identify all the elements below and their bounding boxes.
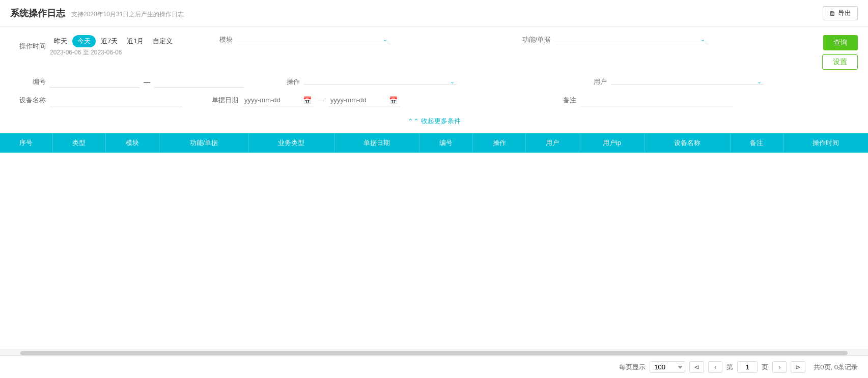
function-filter: 功能/单据 ⌄ xyxy=(510,35,802,44)
col-optime: 操作时间 xyxy=(783,133,868,153)
table-header: 序号 类型 模块 功能/单据 业务类型 单据日期 编号 操作 用户 用户ip 设… xyxy=(0,133,868,153)
date-end-wrapper[interactable]: 📅 xyxy=(328,94,400,106)
module-chevron-icon: ⌄ xyxy=(383,36,387,43)
operation-label: 操作 xyxy=(264,77,300,86)
filter-row-1: 操作时间 昨天 今天 近7天 近1月 自定义 2023-06-06 至 2023… xyxy=(10,35,858,70)
filter-row-3: 设备名称 单据日期 📅 — 📅 备注 xyxy=(10,94,858,106)
page-size-label: 每页显示 xyxy=(619,363,646,372)
table-wrapper: 序号 类型 模块 功能/单据 业务类型 单据日期 编号 操作 用户 用户ip 设… xyxy=(0,133,868,350)
col-user: 用户 xyxy=(526,133,579,153)
date-range-display: 2023-06-06 至 2023-06-06 xyxy=(50,48,177,57)
col-docdate: 单据日期 xyxy=(334,133,419,153)
filter-area: 操作时间 昨天 今天 近7天 近1月 自定义 2023-06-06 至 2023… xyxy=(0,27,868,133)
page-title: 系统操作日志 xyxy=(10,7,65,19)
time-btn-today[interactable]: 今天 xyxy=(72,35,96,47)
col-function: 功能/单据 xyxy=(159,133,248,153)
empty-area xyxy=(0,153,868,331)
user-filter: 用户 ⌄ xyxy=(571,77,858,86)
header-left: 系统操作日志 支持2020年10月31日之后产生的操作日志 xyxy=(10,7,184,19)
page-label: 第 xyxy=(726,363,733,372)
data-table: 序号 类型 模块 功能/单据 业务类型 单据日期 编号 操作 用户 用户ip 设… xyxy=(0,133,868,153)
remark-label: 备注 xyxy=(541,96,576,105)
query-button[interactable]: 查询 xyxy=(823,35,858,50)
time-buttons-row: 昨天 今天 近7天 近1月 自定义 xyxy=(50,35,177,47)
total-text: 共0页, 0条记录 xyxy=(814,363,858,372)
export-button[interactable]: 🗎 导出 xyxy=(823,6,858,20)
table-header-row: 序号 类型 模块 功能/单据 业务类型 单据日期 编号 操作 用户 用户ip 设… xyxy=(0,133,868,153)
col-index: 序号 xyxy=(0,133,52,153)
col-device: 设备名称 xyxy=(645,133,730,153)
collapse-row: ⌃⌃ 收起更多条件 xyxy=(10,112,858,128)
operation-select[interactable]: ⌄ xyxy=(304,80,457,84)
date-dash: — xyxy=(318,97,324,104)
module-filter: 模块 ⌄ xyxy=(197,35,489,44)
time-filter-block: 昨天 今天 近7天 近1月 自定义 2023-06-06 至 2023-06-0… xyxy=(50,35,177,57)
col-biztype: 业务类型 xyxy=(249,133,334,153)
user-select[interactable]: ⌄ xyxy=(611,80,764,84)
function-label: 功能/单据 xyxy=(510,35,550,44)
page-subtitle: 支持2020年10月31日之后产生的操作日志 xyxy=(71,10,184,19)
page-header: 系统操作日志 支持2020年10月31日之后产生的操作日志 🗎 导出 xyxy=(0,0,868,27)
time-btn-yesterday[interactable]: 昨天 xyxy=(50,35,71,47)
page-number-input[interactable] xyxy=(737,361,758,373)
last-page-button[interactable]: ⊳ xyxy=(791,361,805,373)
time-filter-group: 操作时间 昨天 今天 近7天 近1月 自定义 2023-06-06 至 2023… xyxy=(10,35,177,57)
number-dash: — xyxy=(144,78,150,86)
user-label: 用户 xyxy=(571,77,607,86)
horizontal-scrollbar[interactable] xyxy=(20,351,848,355)
document-date-filter: 单据日期 📅 — 📅 xyxy=(203,94,520,106)
remark-input[interactable] xyxy=(580,94,733,106)
first-page-button[interactable]: ⊲ xyxy=(689,361,704,373)
collapse-chevron-icon: ⌃⌃ xyxy=(408,118,419,125)
page-size-select[interactable]: 100 50 200 xyxy=(650,361,685,373)
col-type: 类型 xyxy=(52,133,105,153)
number-input-start[interactable] xyxy=(50,76,139,88)
time-btn-7days[interactable]: 近7天 xyxy=(97,35,122,47)
function-chevron-icon: ⌄ xyxy=(701,36,705,43)
col-remark: 备注 xyxy=(730,133,783,153)
pagination-bar: 每页显示 100 50 200 ⊲ ‹ 第 页 › ⊳ 共0页, 0条记录 xyxy=(0,356,868,378)
page-unit: 页 xyxy=(762,363,768,372)
export-icon: 🗎 xyxy=(829,10,836,17)
settings-button[interactable]: 设置 xyxy=(822,54,858,70)
device-input[interactable] xyxy=(50,94,182,106)
col-number: 编号 xyxy=(419,133,472,153)
remark-filter: 备注 xyxy=(541,94,858,106)
number-label: 编号 xyxy=(10,77,46,86)
col-operation: 操作 xyxy=(472,133,525,153)
operation-filter: 操作 ⌄ xyxy=(264,77,551,86)
col-module: 模块 xyxy=(106,133,159,153)
number-filter: 编号 — xyxy=(10,76,244,88)
export-label: 导出 xyxy=(838,9,851,18)
collapse-button[interactable]: ⌃⌃ 收起更多条件 xyxy=(408,117,461,126)
filter-row-2: 编号 — 操作 ⌄ 用户 ⌄ xyxy=(10,76,858,88)
date-end-input[interactable] xyxy=(328,94,395,106)
device-label: 设备名称 xyxy=(10,96,46,105)
scrollbar-area[interactable] xyxy=(0,350,868,356)
calendar-start-icon[interactable]: 📅 xyxy=(303,96,312,104)
number-input-end[interactable] xyxy=(154,76,244,88)
time-btn-custom[interactable]: 自定义 xyxy=(149,35,177,47)
user-chevron-icon: ⌄ xyxy=(757,78,762,85)
operation-chevron-icon: ⌄ xyxy=(450,78,455,85)
date-start-wrapper[interactable]: 📅 xyxy=(242,94,314,106)
document-date-label: 单据日期 xyxy=(203,96,238,105)
date-start-input[interactable] xyxy=(242,94,309,106)
device-filter: 设备名称 xyxy=(10,94,182,106)
next-page-button[interactable]: › xyxy=(772,361,787,373)
collapse-label: 收起更多条件 xyxy=(421,117,461,126)
module-select[interactable]: ⌄ xyxy=(237,38,389,42)
time-label: 操作时间 xyxy=(10,42,46,51)
col-userip: 用户ip xyxy=(579,133,645,153)
module-label: 模块 xyxy=(197,35,233,44)
calendar-end-icon[interactable]: 📅 xyxy=(389,96,398,104)
prev-page-button[interactable]: ‹ xyxy=(708,361,722,373)
function-select[interactable]: ⌄ xyxy=(554,38,707,42)
time-btn-1month[interactable]: 近1月 xyxy=(123,35,148,47)
filter-actions: 查询 设置 xyxy=(822,35,858,70)
